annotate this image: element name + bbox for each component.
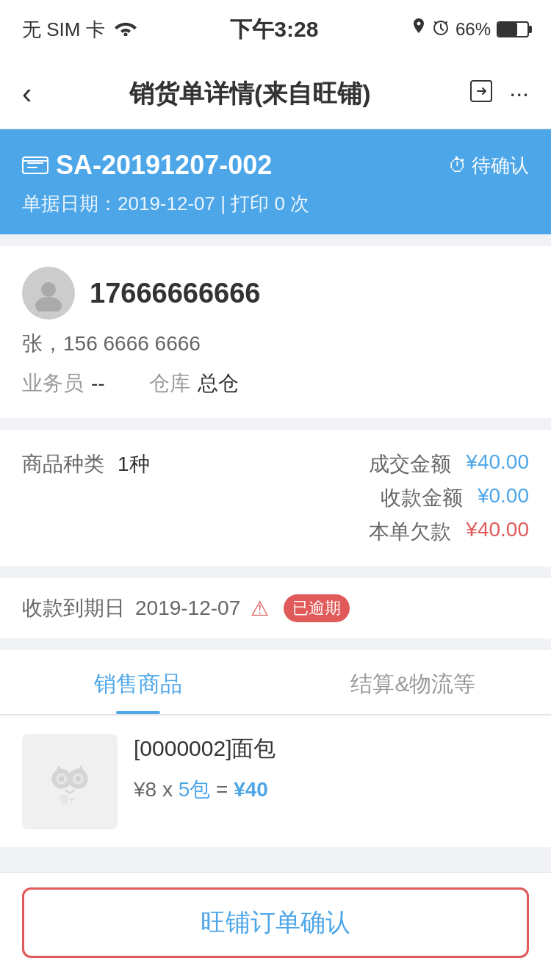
customer-name: 张，156 6666 6666 <box>22 330 529 358</box>
due-date-card: 收款到期日 2019-12-07 ⚠ 已逾期 <box>0 578 551 638</box>
goods-type-value: 1种 <box>118 450 150 478</box>
product-name: [0000002]面包 <box>134 734 529 764</box>
nav-actions: ··· <box>468 78 529 110</box>
tab-settle[interactable]: 结算&物流等 <box>276 650 551 714</box>
back-button[interactable]: ‹ <box>22 77 32 110</box>
location-icon <box>411 18 426 40</box>
nav-bar: ‹ 销货单详情(来自旺铺) ··· <box>0 59 551 129</box>
svg-point-11 <box>76 777 82 782</box>
summary-card: 商品种类 1种 成交金额 ¥40.00 收款金额 ¥0.00 本单欠款 ¥40.… <box>0 430 551 566</box>
order-header: SA-20191207-002 ⏱ 待确认 单据日期：2019-12-07 | … <box>0 129 551 234</box>
battery-text: 66% <box>455 19 491 40</box>
warehouse-value: 总仓 <box>198 370 239 397</box>
product-total: ¥40 <box>234 778 268 801</box>
order-status: ⏱ 待确认 <box>448 153 529 179</box>
price-formula: ¥8 x <box>134 778 179 801</box>
carrier-text: 无 SIM 卡 <box>22 17 105 43</box>
sales-rep-label: 业务员 <box>22 370 84 397</box>
deal-amount-label: 成交金额 <box>369 450 451 478</box>
svg-rect-3 <box>23 157 48 173</box>
customer-meta: 业务员 -- 仓库 总仓 <box>22 370 529 397</box>
order-id: SA-20191207-002 <box>22 150 272 181</box>
svg-text:管+: 管+ <box>59 794 75 804</box>
product-info: [0000002]面包 ¥8 x 5包 = ¥40 <box>134 734 529 804</box>
status-carrier: 无 SIM 卡 <box>22 17 137 43</box>
tab-goods[interactable]: 销售商品 <box>0 650 276 714</box>
debt-amount-label: 本单欠款 <box>369 518 451 546</box>
debt-amount-row: 本单欠款 ¥40.00 <box>369 518 529 546</box>
svg-point-0 <box>123 32 127 36</box>
overdue-icon: ⚠ <box>251 597 269 621</box>
status-bar: 无 SIM 卡 下午3:28 66% <box>0 0 551 59</box>
warehouse: 仓库 总仓 <box>149 370 239 397</box>
goods-type: 商品种类 1种 <box>22 450 150 478</box>
customer-card: 17666666666 张，156 6666 6666 业务员 -- 仓库 总仓 <box>0 246 551 418</box>
goods-type-label: 商品种类 <box>22 450 104 478</box>
due-date-label: 收款到期日 <box>22 594 125 622</box>
status-icons: 66% <box>411 18 529 40</box>
warehouse-label: 仓库 <box>149 370 190 397</box>
deal-amount-row: 成交金额 ¥40.00 <box>369 450 529 478</box>
avatar <box>22 267 75 320</box>
page-title: 销货单详情(来自旺铺) <box>129 77 371 111</box>
svg-point-10 <box>59 777 65 782</box>
product-image: 管+ <box>22 734 118 829</box>
amounts: 成交金额 ¥40.00 收款金额 ¥0.00 本单欠款 ¥40.00 <box>369 450 529 546</box>
received-amount-row: 收款金额 ¥0.00 <box>381 484 529 512</box>
tabs-bar: 销售商品 结算&物流等 <box>0 650 551 715</box>
due-date-value: 2019-12-07 <box>135 597 240 620</box>
customer-phone: 17666666666 <box>90 278 260 309</box>
received-amount-value: ¥0.00 <box>478 484 529 512</box>
sales-rep: 业务员 -- <box>22 370 105 397</box>
order-date: 单据日期：2019-12-07 | 打印 0 次 <box>22 191 529 217</box>
confirm-order-button[interactable]: 旺铺订单确认 <box>22 887 529 958</box>
wifi-icon <box>114 18 137 41</box>
deal-amount-value: ¥40.00 <box>466 450 529 478</box>
equals-sign: = <box>210 778 234 801</box>
product-item: 管+ [0000002]面包 ¥8 x 5包 = ¥40 <box>0 716 551 847</box>
confirm-btn-wrap: 旺铺订单确认 <box>0 872 551 980</box>
battery-icon <box>497 21 529 37</box>
product-qty: 5包 <box>179 778 211 801</box>
more-button[interactable]: ··· <box>509 80 529 107</box>
svg-point-4 <box>41 282 56 297</box>
debt-amount-value: ¥40.00 <box>466 518 529 546</box>
share-button[interactable] <box>468 78 494 110</box>
received-amount-label: 收款金额 <box>381 484 463 512</box>
clock-icon: ⏱ <box>448 154 467 177</box>
overdue-badge: 已逾期 <box>284 594 350 622</box>
product-price: ¥8 x 5包 = ¥40 <box>134 776 529 804</box>
status-time: 下午3:28 <box>230 15 318 45</box>
svg-point-5 <box>35 297 62 311</box>
sales-rep-value: -- <box>91 372 105 395</box>
alarm-icon <box>432 18 450 40</box>
